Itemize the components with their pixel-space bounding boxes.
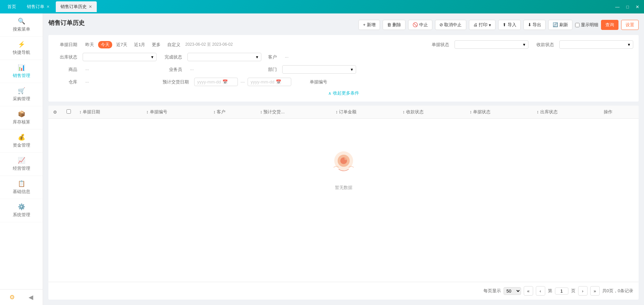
sidebar-item-sales-mgmt[interactable]: 📊 销售管理: [0, 60, 43, 83]
date-tab-last7[interactable]: 近7天: [114, 41, 130, 48]
cancel-stop-button[interactable]: ⊘ 取消中止: [435, 20, 466, 30]
date-tab-more[interactable]: 更多: [149, 41, 163, 48]
calendar-end-icon[interactable]: 📅: [276, 79, 281, 84]
tab-home[interactable]: 首页: [3, 1, 21, 12]
th-order-status[interactable]: ↕ 单据状态: [466, 106, 533, 119]
table-wrapper: ⚙ ↕ 单据日期 ↕ 单据编号 ↕ 客户: [48, 106, 639, 282]
th-number[interactable]: ↕ 单据编号: [142, 106, 210, 119]
th-expected-date[interactable]: ↕ 预计交货...: [256, 106, 332, 119]
filter-row-2: 出库状态 ▾ 完成状态 ▾ 客户 ···: [54, 53, 633, 61]
next-page-button[interactable]: ›: [578, 286, 588, 296]
completion-status-label: 完成状态: [162, 54, 182, 60]
select-all-checkbox[interactable]: [67, 109, 71, 114]
th-date-label: ↕ 单据日期: [79, 109, 100, 114]
page-input[interactable]: [555, 288, 568, 295]
tab-sales-history[interactable]: 销售订单历史 ✕: [56, 1, 97, 12]
payment-status-label: 收款状态: [534, 42, 554, 48]
stop-button[interactable]: 🚫 中止: [408, 20, 432, 30]
tab-sales-order-close[interactable]: ✕: [46, 4, 50, 9]
prev-page-button[interactable]: ‹: [536, 286, 545, 296]
goods-ellipsis[interactable]: ···: [83, 67, 92, 72]
window-controls: — □ ✕: [613, 4, 641, 9]
delivery-status-select[interactable]: ▾: [83, 53, 157, 61]
sidebar-item-inventory[interactable]: 📦 库存核算: [0, 106, 43, 129]
display-detail-input[interactable]: [575, 23, 579, 27]
basic-info-icon: 📋: [18, 180, 25, 187]
per-page-select[interactable]: 50 10 20 100: [504, 287, 521, 295]
import-button[interactable]: ⬆ 导入: [498, 20, 521, 30]
expected-date-end-placeholder: yyyy-mm-dd: [251, 79, 274, 84]
tab-home-label: 首页: [7, 4, 16, 10]
first-page-button[interactable]: «: [524, 286, 533, 296]
date-label: 单据日期: [54, 42, 77, 48]
th-amount-label: ↕ 订单金额: [336, 109, 356, 114]
order-status-select[interactable]: ▾: [455, 40, 528, 49]
collapse-up-icon: ∧: [328, 91, 332, 96]
sidebar-item-quick-nav-label: 快捷导航: [13, 49, 30, 55]
expected-date-start[interactable]: yyyy-mm-dd 📅: [194, 78, 238, 86]
svg-point-3: [344, 157, 347, 160]
finance-icon: 💰: [18, 134, 25, 141]
sidebar-item-basic-info[interactable]: 📋 基础信息: [0, 176, 43, 199]
salesperson-ellipsis[interactable]: ···: [187, 67, 197, 72]
sidebar-item-operations[interactable]: 📈 经营管理: [0, 153, 43, 176]
date-tab-yesterday[interactable]: 昨天: [83, 41, 97, 48]
th-date[interactable]: ↕ 单据日期: [75, 106, 142, 119]
new-button[interactable]: + 新增: [358, 20, 380, 30]
th-customer[interactable]: ↕ 客户: [209, 106, 256, 119]
department-select[interactable]: ▾: [282, 65, 356, 74]
purchase-mgmt-icon: 🛒: [18, 87, 25, 94]
sidebar-item-system-mgmt[interactable]: ⚙️ 系统管理: [0, 199, 43, 222]
sidebar-item-inventory-label: 库存核算: [13, 119, 30, 125]
th-delivery-status[interactable]: ↕ 出库状态: [533, 106, 600, 119]
tab-sales-history-close[interactable]: ✕: [89, 4, 92, 9]
customer-ellipsis[interactable]: ···: [282, 54, 291, 60]
tab-sales-history-label: 销售订单历史: [60, 4, 87, 10]
sidebar-item-search-menu[interactable]: 🔍 搜索菜单: [0, 13, 43, 37]
th-payment-status[interactable]: ↕ 收款状态: [399, 106, 466, 119]
completion-status-select[interactable]: ▾: [187, 53, 261, 61]
sidebar-item-finance-label: 资金管理: [13, 142, 30, 148]
sidebar-settings-icon[interactable]: ⚙: [9, 294, 15, 301]
refresh-button[interactable]: 🔄 刷新: [548, 20, 572, 30]
collapse-row[interactable]: ∧ 收起更多条件: [54, 90, 633, 96]
calendar-start-icon[interactable]: 📅: [222, 79, 228, 84]
date-tab-last1m[interactable]: 近1月: [131, 41, 148, 48]
settings-button[interactable]: 设置: [621, 20, 639, 30]
delete-button[interactable]: 🗑 删除: [383, 20, 406, 30]
sidebar-item-search-menu-label: 搜索菜单: [13, 26, 30, 32]
date-tab-today[interactable]: 今天: [98, 41, 112, 48]
sidebar-item-sales-mgmt-label: 销售管理: [13, 73, 30, 79]
page-label: 第: [548, 288, 552, 294]
sidebar-item-purchase-mgmt[interactable]: 🛒 采购管理: [0, 83, 43, 106]
date-tab-custom[interactable]: 自定义: [165, 41, 183, 48]
date-tabs: 昨天 今天 近7天 近1月 更多 自定义: [83, 41, 183, 48]
th-settings[interactable]: ⚙: [48, 106, 62, 119]
order-status-label: 单据状态: [429, 42, 449, 48]
minimize-button[interactable]: —: [613, 4, 621, 9]
export-button[interactable]: ⬇ 导出: [523, 20, 546, 30]
payment-status-select[interactable]: ▾: [559, 40, 633, 49]
sidebar-collapse-icon[interactable]: ◀: [29, 294, 33, 301]
main-layout: 🔍 搜索菜单 ⚡ 快捷导航 📊 销售管理 🛒 采购管理 📦 库存核算 💰 资金管…: [0, 13, 644, 305]
close-button[interactable]: ✕: [634, 4, 641, 9]
content-area: 销售订单历史 + 新增 🗑 删除 🚫 中止 ⊘ 取消中止 🖨 打印 ▾ ⬆ 导入…: [43, 13, 644, 305]
page-title: 销售订单历史: [48, 19, 85, 27]
top-bar: 首页 销售订单 ✕ 销售订单历史 ✕ — □ ✕: [0, 0, 644, 13]
query-button[interactable]: 查询: [601, 20, 618, 30]
expected-date-end[interactable]: yyyy-mm-dd 📅: [248, 78, 291, 86]
tab-sales-order[interactable]: 销售订单 ✕: [22, 1, 54, 12]
warehouse-ellipsis[interactable]: ···: [83, 79, 92, 84]
quick-nav-icon: ⚡: [18, 41, 25, 48]
maximize-button[interactable]: □: [624, 4, 631, 9]
tab-bar: 首页 销售订单 ✕ 销售订单历史 ✕: [3, 1, 613, 12]
display-detail-checkbox[interactable]: 显示明细: [575, 22, 598, 28]
th-checkbox[interactable]: [62, 106, 75, 119]
sidebar-item-quick-nav[interactable]: ⚡ 快捷导航: [0, 37, 43, 60]
delivery-status-label: 出库状态: [54, 54, 77, 60]
department-label: 部门: [267, 67, 277, 73]
sidebar-item-finance[interactable]: 💰 资金管理: [0, 129, 43, 153]
last-page-button[interactable]: »: [590, 286, 600, 296]
th-amount[interactable]: ↕ 订单金额: [332, 106, 399, 119]
print-button[interactable]: 🖨 打印 ▾: [469, 20, 496, 30]
